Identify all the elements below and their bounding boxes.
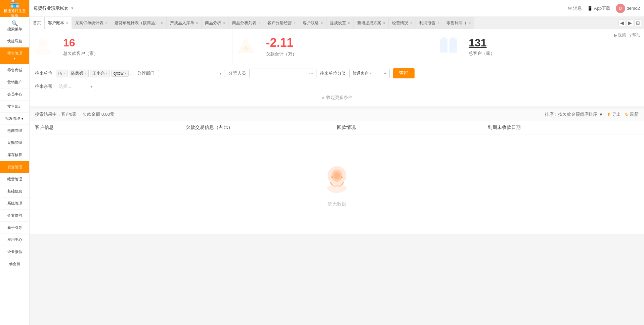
tab-promotion-settings-close[interactable]: × [348,21,350,25]
sidebar-item-marketing[interactable]: 营销推广 [0,76,29,88]
sidebar-item-capital-mgmt[interactable]: 资金管理 [0,161,29,173]
unit-class-tag-close[interactable]: × [370,72,372,75]
sidebar-item-purchase-mgmt[interactable]: 采购管理 [0,137,29,149]
person-select-more[interactable]: ··· [309,70,313,76]
header-right: ✉ 消息 📱 App下载 D demo2 [568,4,640,13]
person-filter-label: 分管人员 [228,70,246,76]
tab-customer-contact-close[interactable]: × [321,21,323,25]
svg-point-9 [334,172,340,179]
tab-promotion-settings[interactable]: 提成设置 × [327,17,354,29]
sidebar: 🏪 畅捷通好生意 标版 🔍 搜索菜单 快捷导航 零售管理 ▼ 零售商城 营销推广… [0,0,30,325]
col-repayment: 回款情况 [337,124,488,131]
query-button[interactable]: 查询 [393,68,415,78]
tag-cjttcw-close[interactable]: × [125,72,127,75]
tab-goods-analysis[interactable]: 商品分析 × [202,17,229,29]
sidebar-item-basic-info[interactable]: 基础信息 [0,185,29,197]
messages-btn[interactable]: ✉ 消息 [568,5,582,11]
tab-profit-report[interactable]: 利润报告 × [416,17,443,29]
data-table: 客户信息 欠款交易信息（占比） 回款情况 到期未收款日期 暂无数据 [30,120,644,234]
tag-wang: 王小亮 × [90,70,110,77]
tab-customer-accounts-close[interactable]: × [66,21,68,25]
tab-expand-btn[interactable]: ⊞ [635,20,641,26]
tab-prev-btn[interactable]: ◀ [618,20,625,26]
dept-select[interactable]: ▼ [158,70,225,77]
tab-purchase-orders-close[interactable]: × [105,21,108,25]
sidebar-item-enterprise-collab[interactable]: 企业协同 [0,210,29,222]
tab-customer-accounts[interactable]: 客户账本 × [45,17,72,29]
sidebar-item-ecommerce[interactable]: 电商管理 [0,125,29,137]
tab-profit-report-close[interactable]: × [437,21,439,25]
sidebar-item-batch-mgmt[interactable]: 批发管理 ▼ [0,113,29,125]
video-help-links: ▶ 视频 ? 帮助 [614,32,640,38]
tag-chen-close[interactable]: × [84,72,86,75]
tag-wu-close[interactable]: × [63,72,65,75]
sidebar-item-app-center[interactable]: 应用中心 [0,234,29,246]
stat1-label: 总欠款客户（家） [63,50,98,57]
user-profile[interactable]: D demo2 [616,4,640,13]
unit-class-arrow: ▼ [383,72,387,75]
tab-next-btn[interactable]: ▶ [627,20,633,26]
tab-retail-profit[interactable]: 零售利润（ × [443,17,474,29]
tab-customer-contact[interactable]: 客户联络 × [299,17,327,29]
tab-new-promotion-plan[interactable]: 新增提成方案 × [354,17,389,29]
sidebar-item-member-center[interactable]: 会员中心 [0,88,29,101]
tab-inbound-stats[interactable]: 进货单统计表（按商品） × [111,17,167,29]
sidebar-item-retail-stats[interactable]: 零售统计 [0,101,29,113]
tab-customer-accounts-label: 客户账本 [48,20,64,26]
tab-new-promotion-plan-close[interactable]: × [383,21,385,25]
balance-select[interactable]: 选择... ▼ [56,82,96,91]
collapse-label: 收起更多条件 [326,95,352,101]
tab-production-inbound-close[interactable]: × [196,21,198,25]
collapse-button[interactable]: ∧ 收起更多条件 [35,95,639,101]
tab-production-inbound[interactable]: 产成品入库单 × [167,17,202,29]
tab-customer-segment[interactable]: 客户分层经营 × [264,17,299,29]
refresh-label: 刷新 [630,111,639,117]
sidebar-item-quick-nav[interactable]: 快捷导航 [0,35,29,47]
sidebar-item-operation-mgmt[interactable]: 经营管理 [0,173,29,185]
tab-goods-analysis-list-label: 商品分析列表 [232,20,256,26]
tab-purchase-orders[interactable]: 采购订单统计表 × [72,17,111,29]
account-selector[interactable]: 母婴行业演示帐套 ▼ [34,5,74,11]
unit-class-select[interactable]: 普通客户 × ▼ [349,69,390,78]
tab-goods-analysis-close[interactable]: × [223,21,225,25]
help-link[interactable]: ? 帮助 [629,32,640,38]
sort-button[interactable]: 排序：按欠款金额倒序排序 ▼ [545,111,603,117]
tab-goods-analysis-list-close[interactable]: × [258,21,260,25]
balance-arrow: ▼ [90,85,93,88]
tab-home-label: 首页 [33,20,41,26]
tab-home[interactable]: 首页 [30,17,45,29]
tab-inbound-stats-close[interactable]: × [161,21,163,25]
svg-rect-6 [451,38,455,41]
sidebar-item-enterprise-wechat[interactable]: 企业微信 [0,246,29,258]
sidebar-item-system-mgmt[interactable]: 系统管理 [0,197,29,210]
sidebar-item-retail-mgmt[interactable]: 零售管理 ▼ [0,47,29,64]
svg-rect-4 [449,39,457,53]
tab-customer-segment-close[interactable]: × [294,21,296,25]
tab-business-situation-close[interactable]: × [410,21,412,25]
filter-tags: 伍 × 陈民强 × 王小亮 × cjttcw × ... [56,70,134,77]
export-label: 导出 [612,111,621,117]
top-header: 母婴行业演示帐套 ▼ ✉ 消息 📱 App下载 D demo2 [30,0,644,17]
svg-point-0 [38,38,48,48]
refresh-button[interactable]: ↻ 刷新 [625,111,639,117]
tab-business-situation[interactable]: 经营情况 × [389,17,416,29]
stat2-value: -2.11 [266,36,297,50]
tag-cjttcw: cjttcw × [111,70,129,77]
col-due-date: 到期未收款日期 [488,124,639,131]
tab-retail-profit-close[interactable]: × [469,21,471,25]
app-download-btn[interactable]: 📱 App下载 [587,5,610,11]
sidebar-item-inventory[interactable]: 库存核算 [0,149,29,161]
tag-more-btn[interactable]: ... [130,71,134,76]
sidebar-item-search[interactable]: 🔍 搜索菜单 [0,17,29,35]
export-button[interactable]: ⬆ 导出 [607,111,621,117]
person-select[interactable]: ··· [249,69,316,78]
filter-area: 往来单位 伍 × 陈民强 × 王小亮 × cjttcw [30,64,644,106]
table-header: 客户信息 欠款交易信息（占比） 回款情况 到期未收款日期 [30,120,644,135]
tag-wang-close[interactable]: × [105,72,108,75]
sidebar-item-vip-member[interactable]: 畅会员 [0,258,29,270]
video-link[interactable]: ▶ 视频 [614,32,626,38]
tab-goods-analysis-list[interactable]: 商品分析列表 × [229,17,264,29]
tab-retail-profit-label: 零售利润（ [446,20,467,26]
sidebar-item-retail-mall[interactable]: 零售商城 [0,64,29,76]
sidebar-item-new-guide[interactable]: 新手引导 [0,222,29,234]
